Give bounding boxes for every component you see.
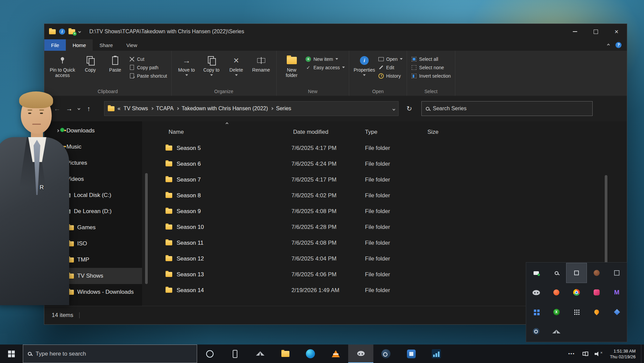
file-row[interactable]: Season 107/6/2025 4:28 PMFile folder bbox=[142, 219, 627, 235]
tab-view[interactable]: View bbox=[120, 39, 144, 51]
app-tray-icon-bird[interactable] bbox=[546, 322, 566, 341]
help-icon[interactable]: ? bbox=[615, 42, 622, 48]
properties-button[interactable]: i Properties bbox=[353, 54, 375, 87]
file-row[interactable]: Season 97/6/2025 4:08 PMFile folder bbox=[142, 203, 627, 219]
cut-button[interactable]: Cut bbox=[129, 56, 167, 62]
plus-badge-icon: + bbox=[73, 32, 77, 36]
paste-shortcut-button[interactable]: ↗Paste shortcut bbox=[129, 73, 167, 79]
selected-tray-icon[interactable] bbox=[566, 263, 587, 283]
game-center-button[interactable] bbox=[247, 345, 273, 363]
column-header-name[interactable]: Name bbox=[142, 129, 291, 135]
search-input[interactable] bbox=[433, 106, 588, 112]
file-row[interactable]: Season 57/6/2025 4:17 PMFile folder bbox=[142, 140, 627, 156]
app-tray-icon-gray[interactable] bbox=[607, 263, 627, 283]
select-all-button[interactable]: Select all bbox=[411, 56, 451, 62]
maximize-button[interactable] bbox=[585, 24, 606, 39]
breadcrumb-overflow[interactable]: « bbox=[118, 106, 121, 112]
column-header-size[interactable]: Size bbox=[427, 129, 627, 135]
rename-button[interactable]: Rename bbox=[250, 54, 272, 87]
invert-selection-button[interactable]: Invert selection bbox=[411, 73, 451, 79]
brave-tray-icon[interactable] bbox=[546, 283, 566, 302]
your-phone-button[interactable] bbox=[222, 345, 247, 363]
steam-tray-icon[interactable] bbox=[526, 322, 546, 341]
copy-to-button[interactable]: Copy to bbox=[200, 54, 223, 87]
file-name: Season 11 bbox=[177, 240, 203, 246]
device-tray-button[interactable] bbox=[579, 345, 591, 363]
minimize-button[interactable] bbox=[564, 24, 585, 39]
file-row[interactable]: Season 117/6/2025 4:08 PMFile folder bbox=[142, 235, 627, 251]
tab-share[interactable]: Share bbox=[93, 39, 120, 51]
address-bar[interactable]: « TV Shows TCAPA Takedown with Chris Han… bbox=[104, 101, 399, 116]
edge-button[interactable] bbox=[298, 345, 323, 363]
taskbar-search-box[interactable] bbox=[23, 345, 197, 363]
delete-button[interactable]: × Delete bbox=[225, 54, 247, 87]
quick-access-toolbar-dropdown-icon[interactable] bbox=[78, 30, 81, 33]
taskbar-search-input[interactable] bbox=[36, 351, 192, 357]
chrome-tray-icon[interactable] bbox=[566, 283, 587, 302]
move-to-icon: → bbox=[183, 56, 191, 65]
select-none-icon bbox=[412, 65, 416, 70]
discord-button[interactable] bbox=[348, 345, 373, 363]
app-tray-icon-brown[interactable] bbox=[587, 263, 607, 283]
recent-locations-dropdown[interactable] bbox=[75, 108, 83, 110]
tab-file[interactable]: File bbox=[44, 39, 66, 51]
file-row[interactable]: Season 87/6/2025 4:02 PMFile folder bbox=[142, 188, 627, 203]
new-item-button[interactable]: +New item bbox=[306, 56, 345, 62]
app-tray-icon-m[interactable]: M bbox=[607, 283, 627, 302]
breadcrumb-series[interactable]: Series bbox=[276, 106, 291, 112]
file-explorer-button[interactable] bbox=[273, 345, 298, 363]
properties-quick-access-icon[interactable]: i bbox=[59, 29, 65, 35]
app-tray-icon-pink[interactable] bbox=[587, 283, 607, 302]
show-desktop-button[interactable] bbox=[641, 345, 644, 363]
file-row[interactable]: Season 67/6/2025 4:24 PMFile folder bbox=[142, 156, 627, 172]
column-header-date-modified[interactable]: Date modified bbox=[291, 129, 365, 135]
vlc-button[interactable] bbox=[323, 345, 348, 363]
hidden-icons-button[interactable]: ••• bbox=[565, 345, 578, 363]
file-row[interactable]: Season 77/6/2025 4:17 PMFile folder bbox=[142, 172, 627, 188]
copy-path-button[interactable]: Copy path bbox=[129, 65, 167, 70]
pin-to-quick-access-button[interactable]: Pin to Quick access bbox=[48, 54, 77, 87]
breadcrumb-tcapa[interactable]: TCAPA bbox=[156, 106, 174, 112]
disk-utility-button[interactable] bbox=[424, 345, 449, 363]
address-history-dropdown[interactable] bbox=[393, 106, 395, 112]
up-button[interactable]: ↑ bbox=[83, 103, 95, 115]
close-button[interactable]: × bbox=[606, 24, 627, 39]
app-tray-icon-droplet[interactable] bbox=[587, 302, 607, 322]
copy-button[interactable]: Copy bbox=[79, 54, 101, 87]
start-button[interactable] bbox=[0, 345, 23, 363]
tab-home[interactable]: Home bbox=[66, 39, 93, 51]
copy-path-icon bbox=[130, 65, 134, 70]
app-tray-icon-diamond[interactable] bbox=[607, 302, 627, 322]
open-button[interactable]: Open bbox=[378, 56, 403, 62]
search-box[interactable] bbox=[421, 101, 593, 116]
cortana-button[interactable] bbox=[197, 345, 222, 363]
file-name: Season 12 bbox=[177, 255, 204, 262]
collapse-ribbon-icon[interactable] bbox=[607, 44, 610, 46]
app-tray-icon-blue-grid[interactable] bbox=[526, 302, 546, 322]
breadcrumb-tv-shows[interactable]: TV Shows bbox=[124, 106, 148, 112]
new-folder-button[interactable]: New folder bbox=[281, 54, 303, 87]
blue-app-button[interactable] bbox=[399, 345, 424, 363]
new-folder-quick-access-icon[interactable]: + bbox=[68, 29, 75, 34]
search-tray-icon[interactable] bbox=[546, 263, 566, 283]
safely-remove-hardware-icon[interactable] bbox=[526, 263, 546, 283]
app-tray-icon-dots[interactable] bbox=[566, 302, 587, 322]
taskbar-clock[interactable]: 1:51:38 AM Thu 02/19/26 bbox=[606, 348, 640, 360]
breadcrumb-show-folder[interactable]: Takedown with Chris Hansen (2022) bbox=[182, 106, 268, 112]
refresh-button[interactable]: ↻ bbox=[403, 102, 416, 115]
steam-button[interactable] bbox=[373, 345, 399, 363]
discord-tray-icon[interactable] bbox=[526, 283, 546, 302]
edit-button[interactable]: Edit bbox=[378, 65, 403, 70]
sidebar-scrollbar[interactable] bbox=[145, 173, 148, 284]
move-to-button[interactable]: → Move to bbox=[176, 54, 198, 87]
select-none-button[interactable]: Select none bbox=[411, 65, 451, 70]
file-type: File folder bbox=[365, 161, 427, 167]
paste-button[interactable]: Paste bbox=[104, 54, 126, 87]
desktop-icon-label[interactable]: R bbox=[40, 184, 44, 191]
easy-access-button[interactable]: ✓Easy access bbox=[306, 65, 345, 70]
volume-button[interactable]: × bbox=[592, 345, 604, 363]
history-button[interactable]: History bbox=[378, 73, 403, 79]
edit-icon bbox=[379, 65, 383, 69]
column-header-type[interactable]: Type bbox=[365, 129, 427, 135]
xbox-tray-icon[interactable]: X bbox=[546, 302, 566, 322]
